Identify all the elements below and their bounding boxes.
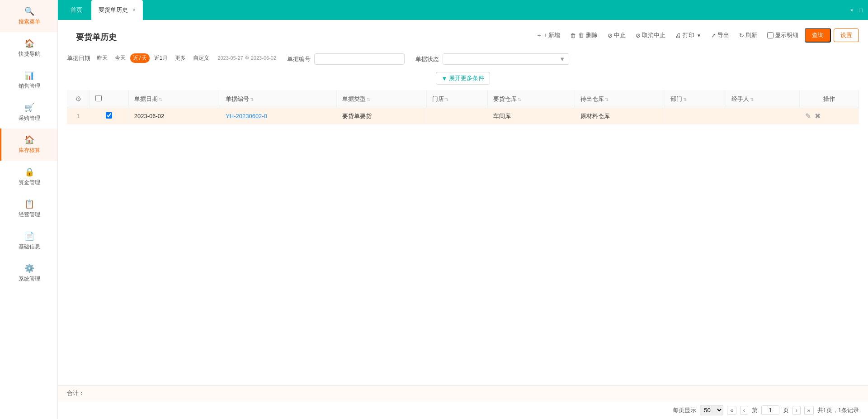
export-label: 导出 bbox=[717, 31, 729, 39]
col-action: 操作 bbox=[800, 90, 859, 108]
date-btn-more[interactable]: 更多 bbox=[172, 53, 189, 63]
sidebar-item-inventory-calc[interactable]: 🏠 库存核算 bbox=[0, 129, 57, 161]
date-btn-yesterday[interactable]: 昨天 bbox=[94, 53, 110, 63]
show-detail-checkbox[interactable]: 显示明细 bbox=[764, 29, 802, 41]
prev-page-button[interactable]: ‹ bbox=[740, 406, 748, 415]
filter-area: 单据日期 昨天 今天 近7天 近1月 更多 自定义 2023-05-27 至 2… bbox=[58, 48, 868, 90]
sidebar-item-label: 快捷导航 bbox=[19, 50, 40, 58]
date-filter-label: 单据日期 bbox=[67, 54, 90, 62]
select-all-checkbox[interactable] bbox=[95, 95, 102, 101]
doc-number-label: 单据编号 bbox=[287, 55, 311, 63]
doc-status-filter-group: 单据状态 ▼ bbox=[415, 53, 569, 65]
row-checkbox[interactable] bbox=[106, 112, 112, 119]
cancel-stop-label: 取消中止 bbox=[642, 31, 665, 39]
show-detail-input[interactable] bbox=[767, 32, 774, 38]
row-edit-icon[interactable]: ✎ bbox=[805, 112, 811, 120]
page-number-input[interactable] bbox=[761, 405, 779, 415]
row-doc-date: 2023-06-02 bbox=[128, 108, 220, 124]
footer: 合计： 每页显示 10 20 50 100 « ‹ 第 页 › » 共1页，1条… bbox=[58, 385, 868, 419]
doc-number-link[interactable]: YH-20230602-0 bbox=[226, 113, 267, 119]
row-req-warehouse: 车间库 bbox=[488, 108, 575, 124]
row-store bbox=[427, 108, 488, 124]
tab-home-label: 首页 bbox=[71, 6, 82, 14]
date-btn-last1month[interactable]: 近1月 bbox=[151, 53, 171, 63]
finance-icon: 🔒 bbox=[24, 167, 34, 177]
next-page-button[interactable]: › bbox=[793, 406, 801, 415]
date-btn-custom[interactable]: 自定义 bbox=[190, 53, 212, 63]
page-size-select[interactable]: 10 20 50 100 bbox=[700, 405, 723, 415]
topbar: 首页 要货单历史 × × □ bbox=[58, 0, 868, 20]
date-range-buttons: 昨天 今天 近7天 近1月 更多 自定义 bbox=[94, 53, 212, 63]
col-checkbox bbox=[90, 90, 128, 108]
tab-home[interactable]: 首页 bbox=[63, 0, 90, 20]
data-table: ⚙ 单据日期⇅ 单据编号⇅ 单据类型⇅ bbox=[67, 90, 859, 124]
delete-icon: 🗑 bbox=[570, 32, 576, 39]
query-label: 查询 bbox=[812, 31, 824, 39]
doc-status-select[interactable]: ▼ bbox=[443, 53, 569, 65]
pending-wh-sort-icon[interactable]: ⇅ bbox=[605, 97, 609, 102]
print-button[interactable]: 🖨 打印 ▼ bbox=[672, 29, 705, 41]
settings-label: 设置 bbox=[840, 31, 852, 39]
cancel-stop-button[interactable]: ⊘ 取消中止 bbox=[632, 29, 669, 41]
expand-more-button[interactable]: ▼ 展开更多条件 bbox=[436, 72, 491, 85]
row-delete-icon[interactable]: ✖ bbox=[815, 112, 821, 120]
sidebar-item-label: 库存核算 bbox=[19, 147, 40, 154]
delete-label: 🗑 删除 bbox=[578, 31, 598, 39]
row-doc-number: YH-20230602-0 bbox=[220, 108, 337, 124]
first-page-button[interactable]: « bbox=[727, 406, 736, 415]
expand-row: ▼ 展开更多条件 bbox=[67, 68, 859, 90]
sidebar-item-quick-nav[interactable]: 🏠 快捷导航 bbox=[0, 32, 57, 64]
tab-close-button[interactable]: × bbox=[132, 7, 136, 13]
tab-active[interactable]: 要货单历史 × bbox=[91, 0, 143, 20]
col-department: 部门⇅ bbox=[665, 90, 726, 108]
add-icon: ＋ bbox=[536, 31, 542, 39]
print-icon: 🖨 bbox=[675, 32, 681, 39]
print-label: 打印 bbox=[683, 31, 694, 39]
stop-button[interactable]: ⊘ 中止 bbox=[604, 29, 629, 41]
refresh-button[interactable]: ↻ 刷新 bbox=[736, 29, 761, 41]
date-btn-last7days[interactable]: 近7天 bbox=[130, 53, 150, 63]
refresh-label: 刷新 bbox=[745, 31, 757, 39]
doc-number-sort-icon[interactable]: ⇅ bbox=[250, 97, 254, 102]
doc-number-filter-group: 单据编号 bbox=[287, 53, 405, 65]
sidebar-item-system-mgmt[interactable]: ⚙️ 系统管理 bbox=[0, 257, 57, 289]
column-settings-icon[interactable]: ⚙ bbox=[75, 95, 81, 103]
settings-button[interactable]: 设置 bbox=[834, 29, 859, 42]
date-range-value: 2023-05-27 至 2023-06-02 bbox=[217, 55, 276, 62]
action-icons: ✎ ✖ bbox=[805, 112, 853, 120]
delete-button[interactable]: 🗑 🗑 删除 bbox=[566, 29, 601, 41]
last-page-button[interactable]: » bbox=[804, 406, 814, 415]
show-detail-label: 显示明细 bbox=[775, 31, 798, 39]
doc-date-sort-icon[interactable]: ⇅ bbox=[159, 97, 162, 102]
topbar-minimize-button[interactable]: × bbox=[850, 7, 854, 14]
table-header-row: ⚙ 单据日期⇅ 单据编号⇅ 单据类型⇅ bbox=[67, 90, 859, 108]
sidebar-item-label: 基础信息 bbox=[19, 243, 40, 251]
sidebar-item-label: 经营管理 bbox=[19, 211, 40, 219]
page-size-label: 每页显示 bbox=[673, 406, 696, 414]
topbar-maximize-button[interactable]: □ bbox=[859, 7, 863, 14]
store-sort-icon[interactable]: ⇅ bbox=[445, 97, 448, 102]
query-button[interactable]: 查询 bbox=[805, 28, 831, 43]
summary-label: 合计： bbox=[67, 390, 85, 396]
add-button[interactable]: ＋ + 新增 bbox=[533, 29, 564, 41]
col-store: 门店⇅ bbox=[427, 90, 488, 108]
sidebar-item-sales-mgmt[interactable]: 📊 销售管理 bbox=[0, 64, 57, 96]
handler-sort-icon[interactable]: ⇅ bbox=[750, 97, 754, 102]
stop-label: 中止 bbox=[614, 31, 626, 39]
sidebar-item-purchase-mgmt[interactable]: 🛒 采购管理 bbox=[0, 96, 57, 129]
sidebar-item-operations-mgmt[interactable]: 📋 经营管理 bbox=[0, 193, 57, 225]
sidebar-item-basic-info[interactable]: 📄 基础信息 bbox=[0, 225, 57, 257]
export-button[interactable]: ↗ 导出 bbox=[708, 29, 733, 41]
sidebar-item-label: 资金管理 bbox=[19, 179, 40, 186]
search-menu-icon: 🔍 bbox=[24, 6, 34, 16]
date-btn-today[interactable]: 今天 bbox=[112, 53, 128, 63]
sidebar-item-search-menu[interactable]: 🔍 搜索菜单 bbox=[0, 0, 57, 32]
sidebar-item-finance-mgmt[interactable]: 🔒 资金管理 bbox=[0, 161, 57, 193]
doc-type-sort-icon[interactable]: ⇅ bbox=[367, 97, 370, 102]
doc-number-input[interactable] bbox=[314, 53, 405, 65]
table-row: 1 2023-06-02 YH-20230602-0 要货单要货 车间库 原材料… bbox=[67, 108, 859, 124]
topbar-right: × □ bbox=[850, 7, 863, 14]
req-wh-sort-icon[interactable]: ⇅ bbox=[518, 97, 521, 102]
add-label: + 新增 bbox=[543, 31, 560, 39]
dept-sort-icon[interactable]: ⇅ bbox=[683, 97, 687, 102]
